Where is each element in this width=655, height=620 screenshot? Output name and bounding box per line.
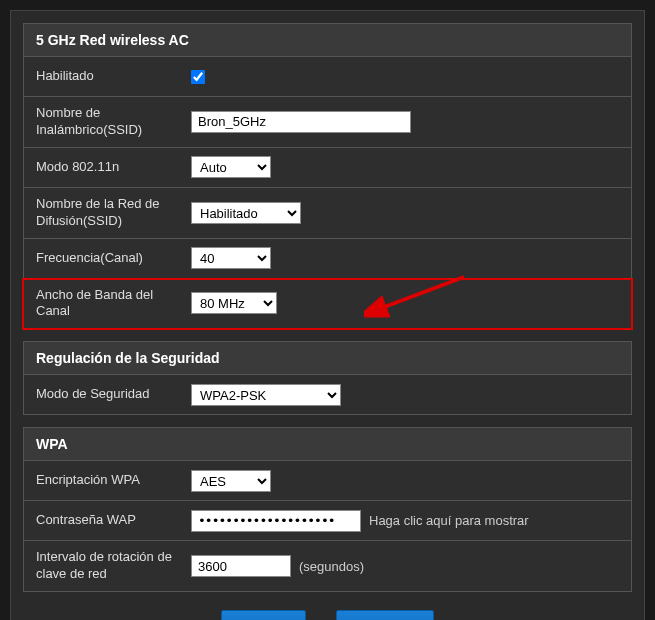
row-broadcast: Nombre de la Red de Difusión(SSID) Habil… (23, 188, 632, 239)
broadcast-label: Nombre de la Red de Difusión(SSID) (36, 196, 191, 230)
cancel-button[interactable]: Cancelar (336, 610, 434, 620)
ssid-label: Nombre de Inalámbrico(SSID) (36, 105, 191, 139)
row-bandwidth: Ancho de Banda del Canal 80 MHz (23, 279, 632, 330)
encryption-label: Encriptación WPA (36, 472, 191, 489)
bandwidth-label: Ancho de Banda del Canal (36, 287, 191, 321)
interval-input[interactable] (191, 555, 291, 577)
password-hint[interactable]: Haga clic aquí para mostrar (369, 513, 529, 528)
apply-button[interactable]: Aplicar (221, 610, 307, 620)
encryption-select[interactable]: AES (191, 470, 271, 492)
row-encryption: Encriptación WPA AES (23, 461, 632, 501)
mode-label: Modo 802.11n (36, 159, 191, 176)
security-mode-select[interactable]: WPA2-PSK (191, 384, 341, 406)
settings-panel: 5 GHz Red wireless AC Habilitado Nombre … (10, 10, 645, 620)
section-security-header: Regulación de la Seguridad (23, 341, 632, 375)
row-mode: Modo 802.11n Auto (23, 148, 632, 188)
row-security-mode: Modo de Seguridad WPA2-PSK (23, 375, 632, 415)
interval-label: Intervalo de rotación de clave de red (36, 549, 191, 583)
mode-select[interactable]: Auto (191, 156, 271, 178)
interval-unit: (segundos) (299, 559, 364, 574)
row-password: Contraseña WAP Haga clic aquí para mostr… (23, 501, 632, 541)
ssid-input[interactable] (191, 111, 411, 133)
password-input[interactable] (191, 510, 361, 532)
bandwidth-select[interactable]: 80 MHz (191, 292, 277, 314)
enabled-label: Habilitado (36, 68, 191, 85)
password-label: Contraseña WAP (36, 512, 191, 529)
section-wireless-header: 5 GHz Red wireless AC (23, 23, 632, 57)
channel-label: Frecuencia(Canal) (36, 250, 191, 267)
button-bar: Aplicar Cancelar (23, 592, 632, 620)
row-channel: Frecuencia(Canal) 40 (23, 239, 632, 279)
channel-select[interactable]: 40 (191, 247, 271, 269)
broadcast-select[interactable]: Habilitado (191, 202, 301, 224)
enabled-checkbox[interactable] (191, 70, 205, 84)
row-interval: Intervalo de rotación de clave de red (s… (23, 541, 632, 592)
row-enabled: Habilitado (23, 57, 632, 97)
section-wpa-header: WPA (23, 427, 632, 461)
row-ssid: Nombre de Inalámbrico(SSID) (23, 97, 632, 148)
security-mode-label: Modo de Seguridad (36, 386, 191, 403)
